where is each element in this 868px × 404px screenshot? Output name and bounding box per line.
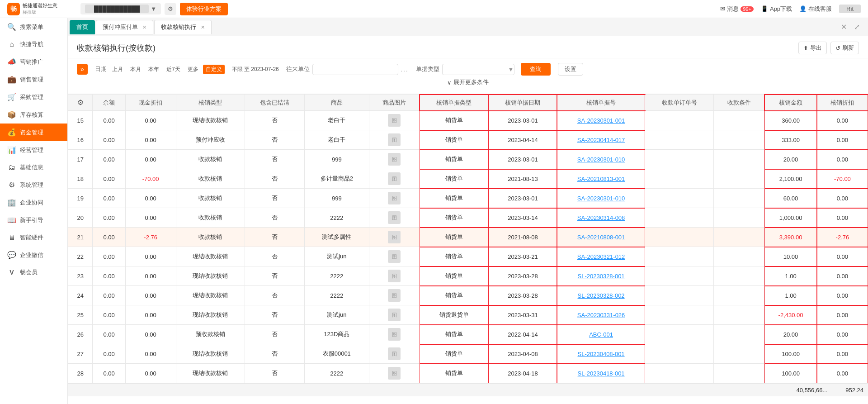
row-verify-bill-no[interactable]: SA-20230301-010 [557,189,645,208]
sidebar-item-label: 系统管理 [20,181,43,189]
row-balance: 0.00 [93,130,125,150]
th-verify-bill-type: 核销单据类型 [420,95,488,111]
sidebar-item-label: 采购管理 [20,93,43,101]
row-verify-bill-no[interactable]: SA-20230301-001 [557,111,645,130]
message-button[interactable]: ✉ 消息 99+ [720,5,754,13]
row-verify-bill-type: 销货单 [420,247,488,266]
row-verify-amount: 333.00 [764,130,817,150]
user-menu[interactable]: Rit [839,5,861,13]
bill-type-select[interactable] [442,64,514,75]
row-verify-bill-no[interactable]: SL-20230418-001 [557,364,645,383]
tab-close-button[interactable]: ✕ [838,22,849,32]
row-verify-type: 收款核销 [176,150,245,169]
app-download-button[interactable]: 📱 App下载 [761,5,792,13]
sidebar-item-quicknav[interactable]: ⌂ 快捷导航 [0,36,67,53]
tab-maximize-button[interactable]: ⤢ [851,22,863,32]
sidebar-item-system[interactable]: ⚙ 系统管理 [0,176,67,194]
row-verify-bill-no[interactable]: SA-20230314-008 [557,208,645,228]
table-row: 280.000.00现结收款核销否2222图销货单2023-04-18SL-20… [68,364,868,383]
row-product: 2222 [304,364,369,383]
sidebar-item-search[interactable]: 🔍 搜索菜单 [0,18,67,36]
row-verify-bill-type: 销货单 [420,286,488,305]
tab-collection[interactable]: 收款核销执行 ✕ [154,20,212,34]
row-product-image: 图 [369,325,420,344]
row-verify-bill-no[interactable]: SL-20230328-002 [557,286,645,305]
guide-icon: 📖 [7,216,16,224]
tab-prepay[interactable]: 预付冲应付单 ✕ [96,20,153,34]
row-verify-amount: 1.00 [764,266,817,286]
th-product: 商品 [304,95,369,111]
row-verify-bill-no[interactable]: SL-20230328-001 [557,266,645,286]
refresh-button[interactable]: ↺ 刷新 [830,42,859,54]
row-cash-discount: 0.00 [125,364,176,383]
trial-button[interactable]: 体验行业方案 [180,3,228,15]
row-verify-bill-no[interactable]: SA-20230321-012 [557,247,645,266]
sidebar-item-wechat[interactable]: 💬 企业微信 [0,246,67,264]
date-opt-last-month[interactable]: 上月 [109,65,126,74]
row-receipt-condition [714,286,764,305]
row-receipt-condition [714,111,764,130]
tab-collection-close-icon[interactable]: ✕ [201,24,205,30]
inventory-icon: 📦 [7,110,16,119]
from-unit-input[interactable] [312,64,398,75]
table-body: 150.000.00现结收款核销否老白干图销货单2023-03-01SA-202… [68,111,868,383]
sidebar-item-base[interactable]: 🗂 基础信息 [0,159,67,176]
table-row: 260.000.00预收款核销否123D商品图销货单2022-04-14ABC-… [68,325,868,344]
date-opt-this-year[interactable]: 本年 [146,65,162,74]
sidebar-item-hardware[interactable]: 🖥 智能硬件 [0,229,67,246]
row-verify-bill-no[interactable]: SA-20210808-001 [557,228,645,247]
filter-expand-row[interactable]: ∨ 展开更多条件 [77,76,859,89]
row-product-image: 图 [369,266,420,286]
row-verify-bill-no[interactable]: SL-20230408-001 [557,344,645,364]
row-receipt-condition [714,266,764,286]
tab-bar: 首页 预付冲应付单 ✕ 收款核销执行 ✕ ✕ ⤢ [68,18,868,36]
row-verify-bill-no[interactable]: ABC-001 [557,325,645,344]
sidebar-item-sales[interactable]: 💼 销售管理 [0,71,67,88]
sidebar-item-marketing[interactable]: 📣 营销推广 [0,53,67,71]
row-verify-amount: 20.00 [764,325,817,344]
tab-home[interactable]: 首页 [70,20,95,34]
sidebar-item-corp[interactable]: 🏢 企业协同 [0,194,67,211]
sidebar-item-purchase[interactable]: 🛒 采购管理 [0,88,67,106]
th-settings[interactable]: ⚙ [68,95,93,111]
query-button[interactable]: 查询 [521,63,551,76]
date-opt-custom[interactable]: 自定义 [203,65,225,74]
row-verify-bill-no[interactable]: SA-20230414-017 [557,130,645,150]
sidebar-item-finance[interactable]: 💰 资金管理 [0,124,67,141]
page-header: 收款核销执行(按收款) ⬆ 导出 ↺ 刷新 [68,36,868,58]
th-verify-amount: 核销金额 [764,95,817,111]
filter-expand-button[interactable]: » [77,64,88,75]
date-opt-7days[interactable]: 近7天 [164,65,183,74]
sidebar-item-label: 库存核算 [20,111,43,119]
row-verify-bill-type: 销货单 [420,228,488,247]
refresh-label: 刷新 [842,44,854,52]
sidebar-item-inventory[interactable]: 📦 库存核算 [0,106,67,124]
date-opt-more[interactable]: 更多 [185,65,201,74]
row-include-settled: 否 [245,130,304,150]
row-balance: 0.00 [93,169,125,189]
row-verify-bill-type: 销货单 [420,266,488,286]
row-verify-bill-no[interactable]: SA-20210813-001 [557,169,645,189]
export-label: 导出 [810,44,822,52]
online-service-button[interactable]: 👤 在线客服 [799,5,832,13]
date-opt-this-month[interactable]: 本月 [127,65,144,74]
sidebar-item-label: 基础信息 [20,163,43,171]
table-row: 160.000.00预付冲应收否老白干图销货单2023-04-14SA-2023… [68,130,868,150]
row-verify-bill-no[interactable]: SA-20230301-010 [557,150,645,169]
tab-prepay-close-icon[interactable]: ✕ [142,24,146,30]
sidebar-item-operation[interactable]: 📊 经营管理 [0,141,67,159]
sidebar-item-vip[interactable]: V 畅会员 [0,264,67,281]
company-selector[interactable]: ███████████ ▼ [80,3,161,14]
table-row: 270.000.00现结收款核销否衣服00001图销货单2023-04-08SL… [68,344,868,364]
row-verify-bill-no[interactable]: SA-20230331-026 [557,305,645,325]
settings-button[interactable]: 设置 [558,63,583,76]
row-verify-amount: 360.00 [764,111,817,130]
sidebar-item-guide[interactable]: 📖 新手引导 [0,211,67,229]
row-number: 28 [68,364,93,383]
gear-button[interactable]: ⚙ [165,3,176,15]
main-content: 首页 预付冲应付单 ✕ 收款核销执行 ✕ ✕ ⤢ 收款核销执行(按收款) ⬆ 导… [68,18,868,404]
row-verify-amount: 3,390.00 [764,228,817,247]
filter-dots: ... [401,66,409,73]
row-verify-bill-date: 2021-08-13 [488,169,557,189]
export-button[interactable]: ⬆ 导出 [798,42,827,54]
